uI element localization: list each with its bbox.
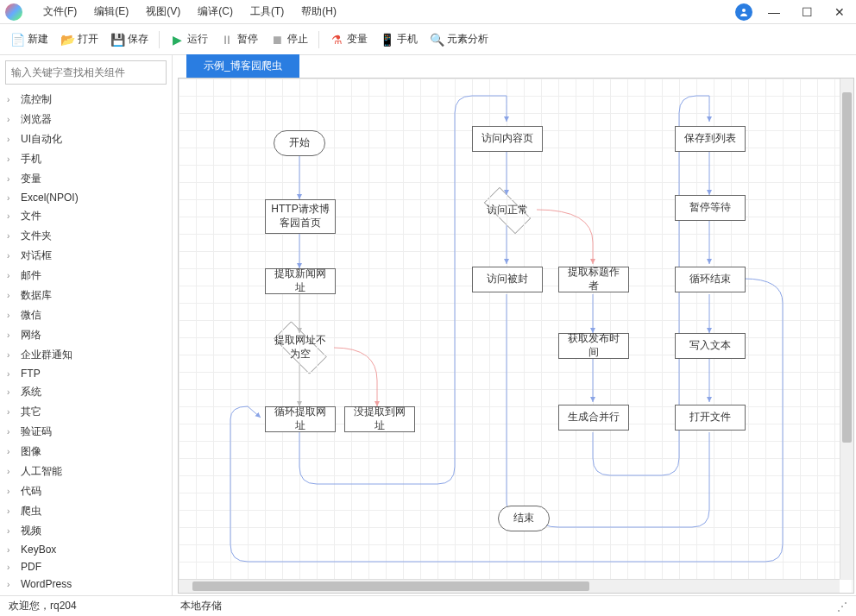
node-open-file[interactable]: 打开文件 (675, 405, 746, 431)
user-icon[interactable] (735, 3, 752, 21)
tree-item[interactable]: ›视频 (5, 521, 167, 541)
scrollbar-horizontal[interactable] (179, 579, 840, 593)
tree-item[interactable]: ›数据库 (5, 286, 167, 305)
tree-item[interactable]: ›文件夹 (5, 226, 167, 246)
run-button[interactable]: ▶运行 (165, 28, 213, 50)
analyze-button[interactable]: 🔍元素分析 (425, 28, 494, 50)
phone-button[interactable]: 📱手机 (374, 28, 423, 50)
menu-file[interactable]: 文件(F) (40, 3, 80, 21)
new-button[interactable]: 📄新建 (5, 28, 54, 50)
tree-item[interactable]: ›变量 (5, 169, 167, 189)
tree-item[interactable]: ›手机 (5, 149, 167, 169)
tree-item[interactable]: ›爬虫 (5, 501, 167, 521)
node-loop-end[interactable]: 循环结束 (675, 267, 746, 292)
close-button[interactable]: ✕ (828, 3, 851, 21)
node-no-url[interactable]: 没提取到网址 (344, 406, 415, 432)
save-icon: 💾 (110, 33, 124, 47)
tree-item[interactable]: ›人工智能 (5, 462, 167, 481)
status-storage: 本地存储 (180, 599, 222, 613)
tree-item-label: 流控制 (21, 92, 52, 107)
tree-item-label: 图像 (21, 444, 41, 459)
tree-item[interactable]: ›对话框 (5, 246, 167, 266)
tree-item-label: 数据库 (21, 288, 52, 303)
node-end[interactable]: 结束 (498, 506, 550, 531)
tree-item[interactable]: ›验证码 (5, 422, 167, 442)
tree-item-label: Excel(NPOI) (21, 192, 79, 204)
tree-item[interactable]: ›图像 (5, 442, 167, 462)
tree-item[interactable]: ›网络 (5, 325, 167, 345)
chevron-right-icon: › (7, 231, 16, 241)
tree-item-label: 变量 (21, 172, 41, 186)
node-visit-content[interactable]: 访问内容页 (472, 126, 543, 152)
menubar: 文件(F) 编辑(E) 视图(V) 编译(C) 工具(T) 帮助(H) (40, 3, 735, 21)
tree-item-label: 人工智能 (21, 464, 62, 479)
node-extract-url[interactable]: 提取新闻网址 (265, 268, 336, 294)
menu-edit[interactable]: 编辑(E) (91, 3, 132, 21)
tree-item-label: 浏览器 (21, 112, 52, 127)
tree-item-label: FTP (21, 368, 41, 380)
node-loop-extract[interactable]: 循环提取网址 (265, 406, 336, 432)
tree-item[interactable]: ›流控制 (5, 90, 167, 110)
chevron-right-icon: › (7, 563, 16, 572)
chevron-right-icon: › (7, 154, 16, 164)
node-visit-ok[interactable]: 访问正常 (476, 195, 538, 226)
tree-item[interactable]: ›代码 (5, 481, 167, 501)
tree-item[interactable]: ›文件 (5, 206, 167, 226)
node-write-text[interactable]: 写入文本 (675, 333, 746, 359)
tree-item[interactable]: ›企业群通知 (5, 345, 167, 365)
search-input[interactable] (5, 60, 167, 85)
chevron-right-icon: › (7, 291, 16, 300)
tree-item[interactable]: ›PDF (5, 558, 167, 575)
toolbar: 📄新建 📂打开 💾保存 ▶运行 ⏸暂停 ⏹停止 ⚗变量 📱手机 🔍元素分析 (0, 24, 856, 55)
menu-tools[interactable]: 工具(T) (247, 3, 287, 21)
minimize-button[interactable]: — (763, 3, 785, 21)
stop-button[interactable]: ⏹停止 (265, 28, 313, 50)
chevron-right-icon: › (7, 193, 16, 203)
tree-item[interactable]: ›其它 (5, 402, 167, 422)
node-start[interactable]: 开始 (274, 130, 325, 156)
tree-item[interactable]: ›Excel(NPOI) (5, 189, 167, 206)
vars-button[interactable]: ⚗变量 (324, 28, 373, 50)
pause-button[interactable]: ⏸暂停 (215, 28, 263, 50)
tree-item-label: KeyBox (21, 544, 56, 556)
chevron-right-icon: › (7, 487, 16, 496)
node-pause-wait[interactable]: 暂停等待 (675, 195, 746, 221)
scrollbar-vertical[interactable] (840, 79, 853, 579)
tree-item-label: 视频 (21, 524, 41, 538)
tree-item-label: PDF (21, 561, 41, 573)
node-url-notnull[interactable]: 提取网址不为空 (265, 330, 336, 365)
stop-icon: ⏹ (270, 33, 284, 47)
node-extract-title[interactable]: 提取标题作者 (558, 267, 629, 292)
chevron-right-icon: › (7, 350, 16, 360)
menu-view[interactable]: 视图(V) (142, 3, 184, 21)
maximize-button[interactable]: ☐ (796, 3, 818, 21)
flowchart-canvas[interactable]: 开始 HTTP请求博客园首页 提取新闻网址 提取网址不为空 循环提取网址 没提取… (178, 78, 854, 594)
component-tree[interactable]: ›流控制›浏览器›UI自动化›手机›变量›Excel(NPOI)›文件›文件夹›… (5, 90, 167, 590)
tree-item[interactable]: ›微信 (5, 305, 167, 325)
open-button[interactable]: 📂打开 (55, 28, 104, 50)
tree-item[interactable]: ›KeyBox (5, 541, 167, 558)
tree-item[interactable]: ›FTP (5, 365, 167, 382)
chevron-right-icon: › (7, 545, 16, 555)
tree-item[interactable]: ›浏览器 (5, 110, 167, 129)
save-button[interactable]: 💾保存 (105, 28, 154, 50)
node-get-time[interactable]: 获取发布时间 (558, 333, 629, 359)
pause-icon: ⏸ (220, 33, 234, 47)
resize-grip-icon[interactable]: ⋰ (837, 600, 847, 613)
tree-item-label: 网络 (21, 328, 41, 343)
tree-item[interactable]: ›邮件 (5, 266, 167, 286)
menu-compile[interactable]: 编译(C) (194, 3, 236, 21)
tree-item-label: 爬虫 (21, 504, 41, 519)
tree-item-label: 代码 (21, 484, 41, 499)
node-merge-row[interactable]: 生成合并行 (558, 405, 629, 431)
menu-help[interactable]: 帮助(H) (298, 3, 340, 21)
node-save-list[interactable]: 保存到列表 (675, 126, 746, 152)
tree-item[interactable]: ›系统 (5, 382, 167, 402)
chevron-right-icon: › (7, 135, 16, 144)
node-blocked[interactable]: 访问被封 (472, 267, 543, 292)
tab-active[interactable]: 示例_博客园爬虫 (186, 54, 299, 78)
tree-item[interactable]: ›WordPress (5, 575, 167, 590)
node-http[interactable]: HTTP请求博客园首页 (265, 199, 336, 234)
chevron-right-icon: › (7, 369, 16, 379)
tree-item[interactable]: ›UI自动化 (5, 129, 167, 149)
